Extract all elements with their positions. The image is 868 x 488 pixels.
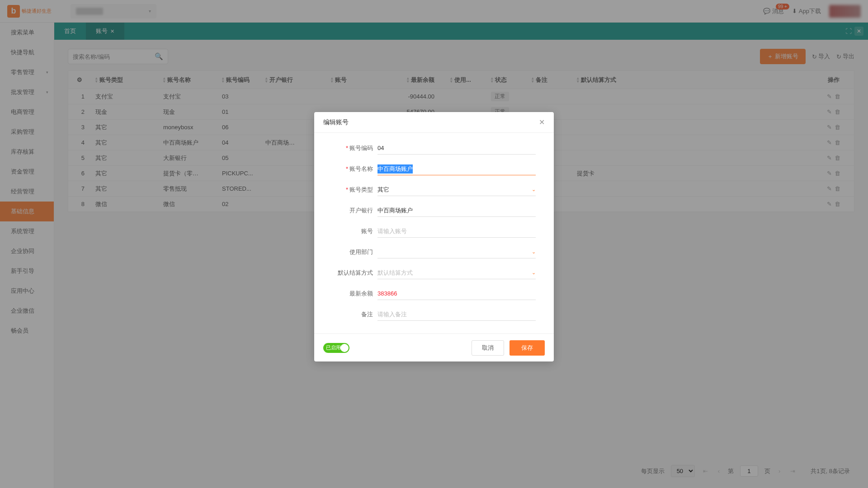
enabled-toggle[interactable]: 已启用 — [323, 343, 349, 353]
label-acc: 账号 — [361, 228, 373, 235]
label-remark: 备注 — [361, 311, 373, 318]
save-button[interactable]: 保存 — [509, 340, 545, 356]
dialog-header: 编辑账号 ✕ — [314, 112, 554, 133]
field-bank[interactable]: 中百商场账户 — [377, 204, 536, 217]
toggle-knob — [340, 344, 349, 352]
field-dept[interactable]: ⌄ — [377, 246, 536, 258]
label-name: 账号名称 — [349, 165, 373, 172]
field-acc[interactable]: 请输入账号 — [377, 225, 536, 238]
label-settle: 默认结算方式 — [338, 269, 373, 276]
label-type: 账号类型 — [349, 186, 373, 193]
modal-overlay: 编辑账号 ✕ *账号编码 04 *账号名称 中百商场账户 *账号类型 其它⌄ 开… — [0, 0, 868, 488]
field-type[interactable]: 其它⌄ — [377, 183, 536, 196]
chevron-down-icon: ⌄ — [532, 270, 536, 276]
label-balance: 最新余额 — [349, 290, 373, 297]
chevron-down-icon: ⌄ — [532, 249, 536, 255]
chevron-down-icon: ⌄ — [532, 187, 536, 192]
edit-account-dialog: 编辑账号 ✕ *账号编码 04 *账号名称 中百商场账户 *账号类型 其它⌄ 开… — [314, 112, 554, 361]
field-code[interactable]: 04 — [377, 142, 536, 155]
toggle-label: 已启用 — [326, 344, 341, 351]
field-settle[interactable]: 默认结算方式⌄ — [377, 267, 536, 279]
label-bank: 开户银行 — [349, 207, 373, 214]
field-balance[interactable]: 383866 — [377, 287, 536, 300]
field-name[interactable]: 中百商场账户 — [377, 163, 536, 175]
dialog-title: 编辑账号 — [323, 118, 349, 127]
label-dept: 使用部门 — [349, 249, 373, 255]
label-code: 账号编码 — [349, 145, 373, 151]
cancel-button[interactable]: 取消 — [472, 340, 504, 356]
dialog-close-icon[interactable]: ✕ — [539, 118, 545, 127]
field-remark[interactable]: 请输入备注 — [377, 308, 536, 321]
